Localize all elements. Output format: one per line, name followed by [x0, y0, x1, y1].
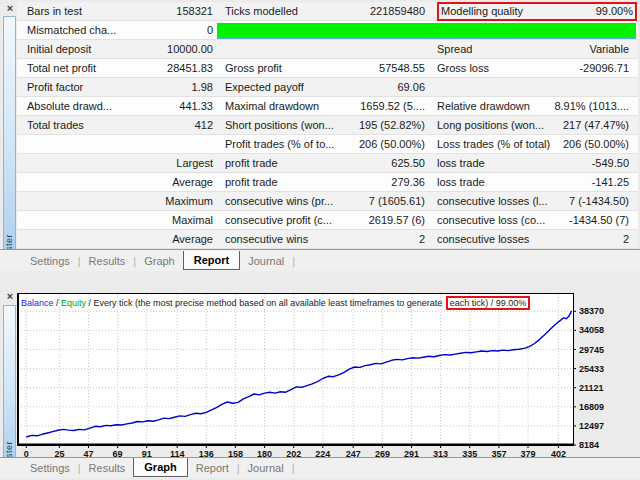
tab-journal[interactable]: Journal	[240, 253, 292, 269]
equity-legend-label: Equity	[61, 298, 86, 308]
cell-label: consecutive wins	[225, 233, 345, 245]
cell-value: 206 (50.00%)	[547, 138, 629, 150]
tester-report-panel: × Tester Bars in test 158321 Ticks model…	[0, 0, 640, 271]
cell-value: 69.06	[345, 81, 425, 93]
cell-value: 0	[151, 24, 213, 36]
cell-value: 57548.55	[345, 62, 425, 74]
cell-label: Gross loss	[437, 62, 547, 74]
cell-value: 158321	[151, 5, 213, 17]
cell-label: consecutive wins (pr...	[225, 195, 345, 207]
cell-label: Initial deposit	[27, 43, 151, 55]
tab-report[interactable]: Report	[183, 251, 240, 270]
table-row-mismatched-charts: Mismatched cha... 0	[17, 21, 638, 40]
cell-value: 7 (-1434.50)	[547, 195, 629, 207]
table-row-absolute-drawdown: Absolute drawd... 441.33 Maximal drawdow…	[17, 97, 638, 116]
cell-value: 7 (1605.61)	[345, 195, 425, 207]
cell-label: Relative drawdown	[437, 100, 547, 112]
modelling-quality-highlight-box: Modelling quality 99.00%	[437, 2, 637, 21]
cell-value: Largest	[151, 157, 213, 169]
cell-label: loss trade	[437, 157, 547, 169]
cell-value: 412	[151, 119, 213, 131]
tester-vertical-tab[interactable]: Tester	[3, 305, 16, 473]
cell-value: 1.98	[151, 81, 213, 93]
table-row-largest-trade: Largest profit trade 625.50 loss trade -…	[17, 154, 638, 173]
cell-value: Variable	[547, 43, 629, 55]
tab-graph[interactable]: Graph	[136, 253, 183, 269]
cell-label: consecutive profit (c...	[225, 214, 345, 226]
cell-label: Mismatched cha...	[27, 24, 151, 36]
table-row-average-trade: Average profit trade 279.36 loss trade -…	[17, 173, 638, 192]
cell-value: -1434.50 (7)	[547, 214, 629, 226]
cell-value: 2	[345, 233, 425, 245]
tab-settings[interactable]: Settings	[22, 460, 78, 476]
report-panel-tabbar: Settings | Results | Graph Report Journa…	[0, 249, 640, 271]
cell-label: profit trade	[225, 157, 345, 169]
cell-value: 28451.83	[151, 62, 213, 74]
modelling-quality-title-highlight: each tick) / 99.00%	[446, 296, 531, 310]
cell-value: -29096.71	[547, 62, 629, 74]
cell-label: consecutive losses	[437, 233, 547, 245]
table-row-maximum-consecutive: Maximum consecutive wins (pr... 7 (1605.…	[17, 192, 638, 211]
tab-results[interactable]: Results	[81, 460, 134, 476]
cell-value: 279.36	[345, 176, 425, 188]
cell-label: Modelling quality	[441, 5, 547, 17]
cell-label: loss trade	[437, 176, 547, 188]
report-table: Bars in test 158321 Ticks modelled 22185…	[17, 2, 638, 249]
cell-value: 195 (52.82%)	[345, 119, 425, 131]
cell-value: Average	[151, 233, 213, 245]
graph-panel-tabbar: Settings | Results Graph Report | Journa…	[0, 457, 640, 478]
svg-text:34058: 34058	[579, 325, 604, 335]
cell-label: Total net profit	[27, 62, 151, 74]
close-icon[interactable]: ×	[4, 291, 16, 303]
table-row-bars-in-test: Bars in test 158321 Ticks modelled 22185…	[17, 2, 638, 21]
tab-separator: |	[292, 255, 295, 267]
cell-label: Ticks modelled	[225, 5, 345, 17]
table-row-maximal-consecutive: Maximal consecutive profit (c... 2619.57…	[17, 211, 638, 230]
cell-label: Profit factor	[27, 81, 151, 93]
tab-graph[interactable]: Graph	[133, 458, 187, 477]
tab-separator: |	[292, 462, 295, 474]
cell-value: -549.50	[547, 157, 629, 169]
svg-text:29745: 29745	[579, 345, 604, 355]
cell-label: Long positions (won...	[437, 119, 547, 131]
tab-settings[interactable]: Settings	[22, 253, 78, 269]
cell-label: Profit trades (% of to...	[225, 138, 345, 150]
svg-text:8184: 8184	[579, 440, 599, 450]
chart-method-text: Every tick (the most precise method base…	[94, 298, 445, 308]
svg-text:25433: 25433	[579, 364, 604, 374]
tab-results[interactable]: Results	[81, 253, 134, 269]
chart-legend: Balance / Equity / Every tick (the most …	[21, 296, 530, 310]
cell-label: Gross profit	[225, 62, 345, 74]
tab-report[interactable]: Report	[188, 460, 237, 476]
legend-separator: /	[86, 298, 94, 308]
svg-text:38370: 38370	[579, 306, 604, 316]
table-row-initial-deposit: Initial deposit 10000.00 Spread Variable	[17, 40, 638, 59]
cell-label: consecutive losses (l...	[437, 195, 547, 207]
close-icon[interactable]: ×	[4, 3, 16, 15]
cell-value: 2619.57 (6)	[345, 214, 425, 226]
cell-value: 99.00%	[547, 5, 633, 17]
tab-journal[interactable]: Journal	[240, 460, 292, 476]
svg-text:16809: 16809	[579, 402, 604, 412]
cell-value: 8.91% (1013....	[547, 100, 629, 112]
cell-label: Total trades	[27, 119, 151, 131]
cell-value: 206 (50.00%)	[345, 138, 425, 150]
table-row-average-consecutive: Average consecutive wins 2 consecutive l…	[17, 230, 638, 249]
table-row-profit-factor: Profit factor 1.98 Expected payoff 69.06	[17, 78, 638, 97]
cell-label: Spread	[437, 43, 547, 55]
legend-separator: /	[54, 298, 62, 308]
cell-value: 2	[547, 233, 629, 245]
cell-value: Maximal	[151, 214, 213, 226]
cell-value: -141.25	[547, 176, 629, 188]
cell-label: Short positions (won...	[225, 119, 345, 131]
balance-legend-label: Balance	[21, 298, 54, 308]
cell-value: Average	[151, 176, 213, 188]
cell-value: 441.33	[151, 100, 213, 112]
cell-value: 10000.00	[151, 43, 213, 55]
tester-vertical-tab[interactable]: Tester	[3, 16, 16, 266]
cell-value: 221859480	[345, 5, 425, 17]
svg-text:12497: 12497	[579, 421, 604, 431]
cell-label: Loss trades (% of total)	[437, 138, 547, 150]
cell-value: Maximum	[151, 195, 213, 207]
cell-label: Absolute drawd...	[27, 100, 151, 112]
